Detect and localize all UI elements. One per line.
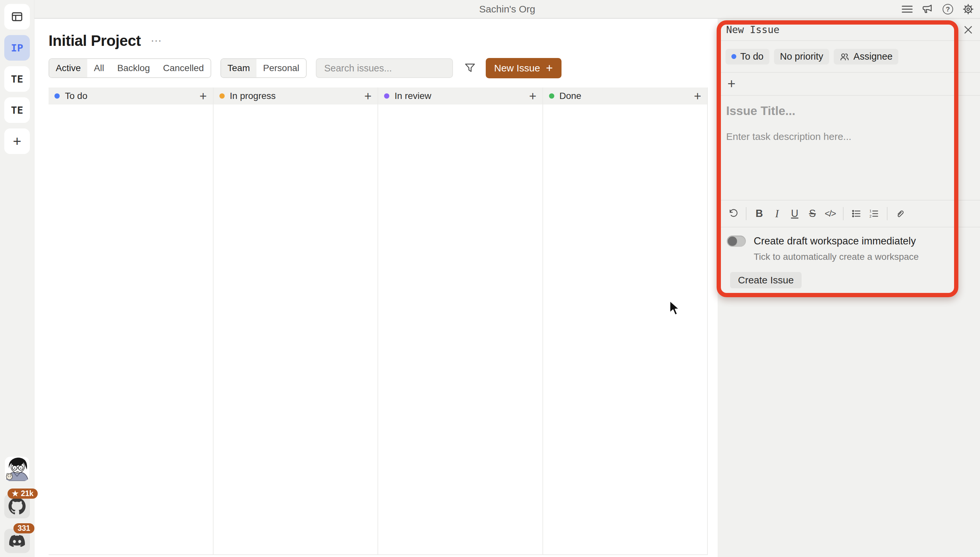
people-icon xyxy=(840,52,849,62)
column-title: In review xyxy=(395,91,431,101)
filter-button[interactable] xyxy=(464,63,476,74)
column-header: In review + xyxy=(378,88,542,104)
svg-text:2: 2 xyxy=(869,214,871,218)
column-in-review: In review + xyxy=(378,88,543,554)
discord-member-count: 331 xyxy=(18,524,30,532)
kanban-board: To do + In progress + In review + xyxy=(49,88,708,555)
search-box xyxy=(316,58,453,78)
tab-active[interactable]: Active xyxy=(49,59,87,77)
tab-backlog[interactable]: Backlog xyxy=(111,59,157,77)
megaphone-icon xyxy=(921,3,934,15)
sidebar-item-workspace-ip[interactable]: IP xyxy=(4,35,30,60)
column-in-progress: In progress + xyxy=(214,88,379,554)
search-input[interactable] xyxy=(324,63,444,74)
column-title: Done xyxy=(560,91,581,101)
issue-description-input[interactable]: Enter task description here... xyxy=(726,131,972,142)
sidebar-item-workspace-te-1[interactable]: TE xyxy=(4,66,30,92)
column-body xyxy=(543,104,707,554)
funnel-icon xyxy=(464,63,476,74)
help-icon: ? xyxy=(942,4,953,15)
status-dot xyxy=(549,93,554,99)
draft-workspace-toggle-hint: Tick to automatically create a workspace xyxy=(718,247,980,262)
user-avatar[interactable] xyxy=(5,457,29,481)
strikethrough-button[interactable]: S xyxy=(804,204,821,223)
priority-chip[interactable]: No priority xyxy=(774,49,829,65)
draft-workspace-toggle[interactable] xyxy=(727,236,746,247)
create-issue-button[interactable]: Create Issue xyxy=(730,272,802,288)
view-filter-group: Active All Backlog Cancelled xyxy=(49,58,211,78)
github-button[interactable]: ★ 21k xyxy=(4,494,30,518)
github-icon xyxy=(8,498,26,515)
help-button[interactable]: ? xyxy=(942,3,954,15)
layout-icon xyxy=(11,10,23,23)
svg-text:1: 1 xyxy=(869,209,871,213)
status-dot xyxy=(732,54,736,59)
plus-icon: + xyxy=(546,62,553,74)
toolbar-divider xyxy=(746,207,746,220)
panel-header: New Issue xyxy=(718,19,980,41)
project-more-button[interactable]: ⋯ xyxy=(150,34,163,47)
add-card-button[interactable]: + xyxy=(364,90,372,102)
bold-button[interactable]: B xyxy=(750,204,768,223)
menu-button[interactable] xyxy=(901,3,913,15)
status-chip[interactable]: To do xyxy=(725,49,769,65)
project-main: Initial Project ⋯ Active All Backlog Can… xyxy=(34,19,718,557)
issue-editor: Issue Title... Enter task description he… xyxy=(718,96,980,200)
issue-title-input[interactable]: Issue Title... xyxy=(726,104,972,118)
settings-button[interactable] xyxy=(962,3,974,15)
assignee-chip[interactable]: Assignee xyxy=(834,49,898,65)
org-title: Sachin's Org xyxy=(479,3,535,15)
column-body xyxy=(378,104,542,554)
undo-icon xyxy=(728,208,738,219)
column-title: To do xyxy=(65,91,88,101)
column-header: Done + xyxy=(543,88,707,104)
column-header: In progress + xyxy=(214,88,378,104)
tab-all[interactable]: All xyxy=(87,59,111,77)
column-done: Done + xyxy=(543,88,708,554)
numbered-list-icon: 1 2 xyxy=(869,208,879,219)
sidebar-item-workspace-te-2[interactable]: TE xyxy=(4,97,30,123)
draft-workspace-toggle-row: Create draft workspace immediately xyxy=(718,227,980,247)
draft-workspace-toggle-label: Create draft workspace immediately xyxy=(754,235,916,247)
tab-personal[interactable]: Personal xyxy=(256,59,306,77)
new-issue-button-label: New Issue xyxy=(494,63,540,74)
announcements-button[interactable] xyxy=(921,3,933,15)
add-attribute-button[interactable]: + xyxy=(727,77,736,91)
undo-button[interactable] xyxy=(724,204,742,223)
discord-icon xyxy=(9,533,25,549)
status-dot xyxy=(219,93,225,99)
project-header: Initial Project ⋯ xyxy=(34,19,718,49)
github-stars-count: 21k xyxy=(21,490,33,497)
discord-button[interactable]: 331 xyxy=(4,529,30,553)
underline-button[interactable]: U xyxy=(786,204,804,223)
bullet-list-button[interactable] xyxy=(848,204,865,223)
page-title: Initial Project xyxy=(49,32,141,49)
panel-title: New Issue xyxy=(726,24,780,35)
code-button[interactable]: </> xyxy=(821,204,839,223)
paperclip-icon xyxy=(895,208,906,219)
add-card-button[interactable]: + xyxy=(694,90,701,102)
numbered-list-button[interactable]: 1 2 xyxy=(865,204,883,223)
toggle-knob xyxy=(728,236,737,246)
scope-filter-group: Team Personal xyxy=(220,58,307,78)
discord-count-badge: 331 xyxy=(13,523,34,533)
attachment-button[interactable] xyxy=(892,204,909,223)
layout-switcher-button[interactable] xyxy=(4,4,30,29)
bullet-list-icon xyxy=(851,208,862,219)
status-dot xyxy=(384,93,389,99)
column-header: To do + xyxy=(49,88,213,104)
add-card-button[interactable]: + xyxy=(199,90,207,102)
add-workspace-button[interactable]: + xyxy=(4,129,30,154)
new-issue-panel: New Issue To do No priority xyxy=(718,19,980,557)
new-issue-button[interactable]: New Issue + xyxy=(486,58,562,78)
column-body xyxy=(49,104,213,554)
tab-team[interactable]: Team xyxy=(221,59,256,77)
add-card-button[interactable]: + xyxy=(529,90,536,102)
close-panel-button[interactable] xyxy=(962,23,975,36)
close-icon xyxy=(963,25,973,35)
topbar: Sachin's Org ? xyxy=(34,0,980,19)
topbar-actions: ? xyxy=(901,0,974,18)
status-chip-label: To do xyxy=(740,51,764,62)
tab-cancelled[interactable]: Cancelled xyxy=(157,59,211,77)
italic-button[interactable]: I xyxy=(768,204,786,223)
